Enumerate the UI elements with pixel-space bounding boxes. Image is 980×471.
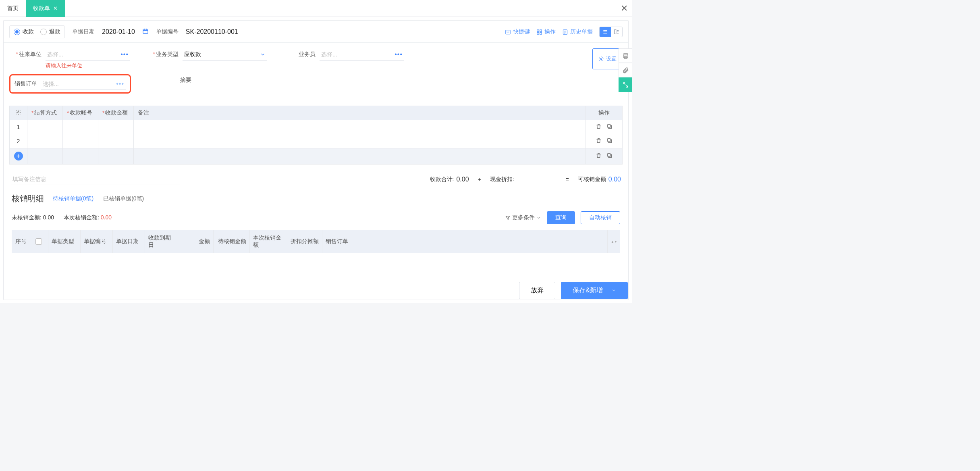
tab-home[interactable]: 首页 [0,0,26,17]
operate-link[interactable]: 操作 [536,28,556,35]
col-type: 单据类型 [48,230,81,253]
salesorder-highlight: 销售订单 ••• [9,74,131,94]
select-all-checkbox[interactable] [35,238,42,245]
cancel-value: 0.00 [608,176,621,183]
svg-rect-12 [608,154,611,157]
radio-refund[interactable]: 退款 [40,28,60,35]
col-settle: *结算方式 [27,106,63,120]
cancel-button[interactable]: 放弃 [519,282,555,299]
partner-label: *往来单位 [9,48,42,58]
footer-actions: 放弃 保存&新增 [519,278,628,303]
col-action: 操作 [586,106,622,120]
shortcut-link[interactable]: 快捷键 [505,28,530,35]
view-toggle [599,27,623,37]
biztype-input[interactable] [183,48,267,60]
more-icon[interactable]: ••• [120,51,129,58]
more-icon[interactable]: ••• [394,51,403,58]
clerk-label: 业务员 [283,48,316,58]
settings-button[interactable]: 设置 [592,48,623,69]
copy-icon[interactable] [606,152,612,160]
svg-rect-5 [540,32,542,34]
col-pending: 待核销金额 [214,230,250,253]
cash-label: 现金折扣: [490,176,514,183]
save-button[interactable]: 保存&新增 [561,282,628,299]
chevron-down-icon[interactable] [260,52,266,58]
this-verify-label: 本次核销金额: [64,214,99,221]
more-conditions[interactable]: 更多条件 [505,214,541,221]
this-verify-value: 0.00 [101,214,112,221]
form-area: *往来单位 ••• 请输入往来单位 *业务类型 [4,43,628,106]
clerk-input[interactable] [320,48,404,60]
abstract-input[interactable] [195,74,280,86]
unverified-value: 0.00 [43,214,54,221]
tab-label: 收款单 [33,5,50,12]
col-due: 收款到期日 [145,230,177,253]
svg-point-8 [600,58,602,60]
delete-icon[interactable] [596,152,602,160]
col-amount: 金额 [177,230,214,253]
tab-bar: 首页 收款单 ✕ ✕ [0,0,632,17]
tab-pending[interactable]: 待核销单据(0笔) [52,194,94,204]
table-row: 2 [10,134,622,148]
cash-discount-input[interactable] [517,175,557,184]
view-detail-btn[interactable] [611,27,622,37]
tab-receipt[interactable]: 收款单 ✕ [26,0,65,17]
view-list-btn[interactable] [600,27,611,37]
table-row: 1 [10,120,622,134]
unverified-label: 未核销金额: [12,214,42,221]
side-rail [619,48,632,92]
delete-icon[interactable] [596,138,602,145]
radio-receive[interactable]: 收款 [14,28,34,35]
radio-label: 退款 [49,28,60,35]
no-value: SK-20200110-001 [186,28,238,35]
date-label: 单据日期 [72,28,95,35]
verify-table: 序号 单据类型 单据编号 单据日期 收款到期日 金额 待核销金额 本次核销金额 … [12,230,620,253]
rail-print-icon[interactable] [619,48,632,63]
content-panel: 收款 退款 单据日期 2020-01-10 单据编号 SK-20200110-0… [3,20,629,300]
partner-input[interactable] [46,48,130,60]
delete-icon[interactable] [596,123,602,131]
mode-radio-group: 收款 退款 [9,25,65,38]
more-icon[interactable]: ••• [116,80,124,88]
copy-icon[interactable] [606,138,612,145]
total-label: 收款合计: [430,176,454,183]
payment-table: *结算方式 *收款账号 *收款金额 备注 操作 1 2 [9,106,623,165]
col-remark: 备注 [134,106,586,120]
memo-input[interactable] [11,173,180,185]
col-this: 本次核销金额 [250,230,286,253]
radio-label: 收款 [23,28,34,35]
query-button[interactable]: 查询 [547,211,575,224]
svg-point-9 [18,112,19,113]
verify-title: 核销明细 [12,193,44,204]
date-value: 2020-01-10 [102,28,135,35]
svg-rect-3 [540,29,542,31]
close-icon[interactable]: ✕ [53,5,58,11]
biztype-label: *业务类型 [146,48,179,58]
close-all-icon[interactable]: ✕ [621,3,628,14]
svg-rect-4 [537,32,539,34]
no-label: 单据编号 [156,28,179,35]
add-row-button[interactable]: + [14,152,23,160]
rail-attach-icon[interactable] [619,63,632,77]
salesorder-input[interactable] [41,78,126,90]
calendar-icon[interactable] [142,28,149,36]
svg-rect-10 [608,125,611,128]
row-num: 1 [10,120,27,134]
table-row-add: + [10,148,622,164]
verify-section: 核销明细 待核销单据(0笔) 已核销单据(0笔) 未核销金额: 0.00 本次核… [4,189,628,257]
col-amount: *收款金额 [98,106,134,120]
auto-verify-button[interactable]: 自动核销 [581,211,620,224]
rail-expand-icon[interactable] [619,77,632,92]
col-discount: 折扣分摊额 [286,230,322,253]
row-num: 2 [10,134,27,148]
col-account: *收款账号 [63,106,98,120]
svg-rect-2 [537,29,539,31]
copy-icon[interactable] [606,123,612,131]
chevron-down-icon[interactable] [607,287,616,294]
history-link[interactable]: 历史单据 [562,28,593,35]
summary-row: 收款合计:0.00 + 现金折扣: = 可核销金额0.00 [4,169,628,189]
tab-done[interactable]: 已核销单据(0笔) [102,194,145,204]
sort-icon[interactable]: ▲▼ [611,240,617,244]
gear-icon[interactable] [15,109,21,117]
col-no: 单据编号 [81,230,113,253]
